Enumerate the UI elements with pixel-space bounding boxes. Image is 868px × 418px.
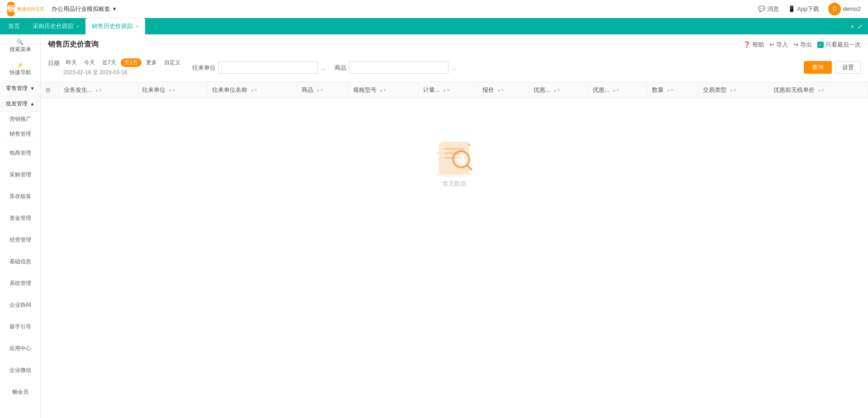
filter-row: 日期 昨天 今天 近7天 近1月 更多 自定义 2023-02-18 至 202… (48, 54, 861, 82)
sidebar-item-system[interactable]: 系统管理 (0, 272, 40, 294)
app-icon: 📱 (788, 5, 795, 12)
window-close-icon[interactable]: × (850, 23, 854, 30)
settings-button[interactable]: 设置 (835, 61, 861, 74)
date-options: 昨天 今天 近7天 近1月 更多 自定义 2023-02-18 至 2023-0… (63, 58, 183, 76)
sidebar-item-inventory[interactable]: 库存核算 (0, 185, 40, 207)
th-trade-type[interactable]: 交易类型 ▲▼ (698, 82, 769, 98)
sidebar-retail-label: 零售管理 (6, 85, 28, 92)
th-product[interactable]: 商品 ▲▼ (297, 82, 348, 98)
import-button[interactable]: ↩ 导入 (769, 41, 788, 49)
sort-icons-discount1: ▲▼ (553, 88, 561, 92)
sort-icons-qty: ▲▼ (667, 88, 674, 92)
sidebar-item-finance[interactable]: 资金管理 (0, 207, 40, 229)
logo-area: 畅 畅捷信好生意 (7, 2, 43, 16)
quick-nav-icon: ⚡ (17, 62, 24, 69)
app-download-button[interactable]: 📱 App下载 (788, 5, 819, 13)
th-quote[interactable]: 报价 ▲▼ (477, 82, 528, 98)
sidebar-item-wholesale[interactable]: 批发管理 ▲ (0, 96, 40, 112)
th-quote-label: 报价 (482, 86, 494, 93)
sidebar-item-quick-nav[interactable]: ⚡ 快捷导航 (0, 57, 40, 81)
retail-expand-icon: ▼ (30, 86, 35, 91)
tab-sales-history-close[interactable]: × (136, 24, 138, 29)
filter-actions: 查询 设置 (804, 61, 861, 74)
message-button[interactable]: 💬 消息 (758, 5, 779, 13)
sidebar-search-menu-label: 搜索菜单 (9, 46, 31, 53)
th-qty[interactable]: 数量 ▲▼ (647, 82, 698, 98)
sidebar-beginner-label: 新手引导 (9, 323, 31, 331)
table-settings-icon[interactable]: ⚙ (45, 86, 51, 94)
import-label: 导入 (776, 41, 788, 49)
empty-state: ✦ ✦ 暂无数据 (41, 98, 868, 224)
sidebar-item-beginner[interactable]: 新手引导 (0, 316, 40, 337)
sidebar-item-marketing[interactable]: 营销推广 (0, 112, 40, 127)
sidebar-item-operations[interactable]: 经营管理 (0, 229, 40, 251)
sidebar-quick-nav-label: 快捷导航 (9, 69, 31, 76)
sidebar-item-sales-mgmt[interactable]: 销售管理 (0, 127, 40, 142)
th-settings: ⚙ (41, 82, 59, 98)
sidebar-inventory-label: 库存核算 (9, 193, 31, 200)
sort-icons-partner-code: ▲▼ (168, 88, 175, 92)
sidebar-item-purchase[interactable]: 采购管理 (0, 164, 40, 185)
help-icon: ❓ (743, 41, 750, 48)
sidebar-item-membership[interactable]: 畅会员 (0, 381, 40, 403)
date-btn-yesterday[interactable]: 昨天 (63, 58, 80, 67)
window-maximize-icon[interactable]: ⤢ (858, 23, 863, 30)
sidebar-enterprise-wechat-label: 企业微信 (9, 367, 31, 374)
user-menu[interactable]: D demo2 (828, 3, 861, 15)
partner-filter-field: 往来单位 ... (192, 61, 326, 74)
logo-icon: 畅 (7, 2, 14, 16)
svg-text:✦: ✦ (435, 151, 439, 156)
export-button[interactable]: ↪ 导出 (793, 41, 812, 49)
top-bar-left: 畅 畅捷信好生意 办公用品行业模拟账套 ▾ (7, 2, 120, 16)
checkbox-checked-icon: ✓ (817, 42, 824, 48)
date-btn-custom[interactable]: 自定义 (161, 58, 183, 67)
query-button[interactable]: 查询 (804, 61, 832, 74)
sidebar-item-search-menu[interactable]: 🔍 搜索菜单 (0, 34, 40, 57)
empty-state-row: ✦ ✦ 暂无数据 (41, 98, 868, 224)
date-btn-more[interactable]: 更多 (143, 58, 160, 67)
date-btn-7days[interactable]: 近7天 (99, 58, 119, 67)
sidebar-item-enterprise-coop[interactable]: 企业协同 (0, 294, 40, 316)
sidebar-item-enterprise-wechat[interactable]: 企业微信 (0, 359, 40, 381)
page-actions: ❓ 帮助 ↩ 导入 ↪ 导出 ✓ 只看最后一次 (743, 41, 861, 49)
date-filter-label: 日期 (48, 59, 60, 67)
table-body: ✦ ✦ 暂无数据 (41, 98, 868, 224)
sort-icons-discount2: ▲▼ (613, 88, 620, 92)
sidebar-item-app-center[interactable]: 应用中心 (0, 337, 40, 359)
th-partner-code-label: 往来单位 (142, 86, 165, 93)
only-latest-label: 只看最后一次 (826, 41, 861, 49)
th-pretax-price-label: 优惠前无税单价 (774, 86, 815, 93)
th-partner-code[interactable]: 往来单位 ▲▼ (137, 82, 208, 98)
tab-purchase-history[interactable]: 采购历史价跟踪 × (26, 18, 85, 34)
sidebar-item-retail[interactable]: 零售管理 ▼ (0, 81, 40, 96)
tab-purchase-history-close[interactable]: × (76, 24, 79, 29)
partner-input[interactable] (218, 61, 318, 74)
th-discount2[interactable]: 优惠... ▲▼ (588, 82, 647, 98)
th-discount1[interactable]: 优惠... ▲▼ (529, 82, 588, 98)
th-pretax-price[interactable]: 优惠前无税单价 ▲▼ (769, 82, 868, 98)
sidebar-ecommerce-label: 电商管理 (9, 150, 31, 157)
logo-text: 畅捷信好生意 (17, 6, 44, 12)
th-spec[interactable]: 规格型号 ▲▼ (348, 82, 419, 98)
date-btn-today[interactable]: 今天 (81, 58, 98, 67)
tab-home[interactable]: 首页 (2, 18, 26, 34)
message-label: 消息 (767, 5, 779, 13)
sidebar-item-basic-info[interactable]: 基础信息 (0, 251, 40, 272)
username: demo2 (843, 5, 861, 12)
tab-sales-history-label: 销售历史价跟踪 (92, 22, 133, 30)
product-input[interactable] (349, 61, 448, 74)
app-download-label: App下载 (797, 5, 819, 13)
sort-icons-spec: ▲▼ (379, 88, 387, 92)
data-table: ⚙ 业务发生... ▲▼ 往来单位 ▲▼ 往来单位名称 ▲▼ (41, 82, 868, 224)
date-btn-1month[interactable]: 近1月 (121, 58, 142, 67)
th-unit[interactable]: 计量... ▲▼ (419, 82, 478, 98)
product-picker-icon[interactable]: ... (451, 64, 456, 71)
sidebar-item-ecommerce[interactable]: 电商管理 (0, 142, 40, 164)
partner-picker-icon[interactable]: ... (321, 64, 326, 71)
help-button[interactable]: ❓ 帮助 (743, 41, 764, 49)
only-latest-checkbox[interactable]: ✓ 只看最后一次 (817, 41, 861, 49)
workspace-selector[interactable]: 办公用品行业模拟账套 ▾ (48, 3, 120, 15)
th-partner-name[interactable]: 往来单位名称 ▲▼ (208, 82, 297, 98)
tab-sales-history[interactable]: 销售历史价跟踪 × (85, 18, 145, 34)
th-biz-date[interactable]: 业务发生... ▲▼ (59, 82, 137, 98)
